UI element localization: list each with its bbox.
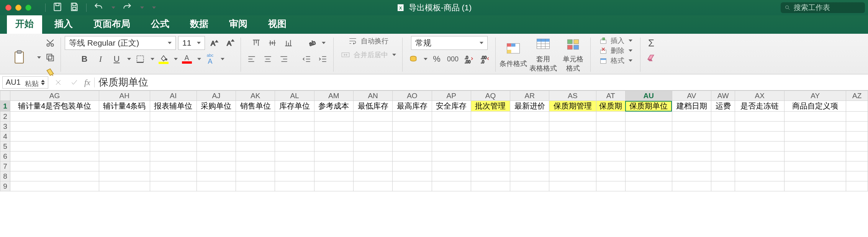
delete-cells-button[interactable]: 删除 — [599, 46, 632, 55]
save-as-icon[interactable] — [52, 2, 62, 14]
clear-icon[interactable] — [644, 51, 658, 64]
cell-AM1[interactable]: 参考成本 — [314, 101, 353, 112]
cell-AW3[interactable] — [711, 122, 735, 132]
cell-AM4[interactable] — [314, 132, 353, 142]
cell-AT2[interactable] — [596, 112, 625, 122]
formula-value[interactable]: 保质期单位 — [98, 76, 148, 89]
cell-AQ7[interactable] — [471, 161, 510, 171]
confirm-icon[interactable] — [68, 79, 80, 86]
cell-AH5[interactable] — [99, 142, 150, 151]
cell-AH9[interactable] — [99, 181, 150, 191]
cell-AI7[interactable] — [150, 161, 197, 171]
cell-AS3[interactable] — [549, 122, 596, 132]
cell-AQ6[interactable] — [471, 151, 510, 161]
cell-AQ5[interactable] — [471, 142, 510, 151]
cell-AZ5[interactable] — [846, 142, 868, 151]
cell-AK7[interactable] — [236, 161, 275, 171]
col-header-AU[interactable]: AU — [625, 91, 672, 101]
cell-AM2[interactable] — [314, 112, 353, 122]
cell-AO3[interactable] — [393, 122, 432, 132]
cell-AM3[interactable] — [314, 122, 353, 132]
cell-AU1[interactable]: 保质期单位 — [625, 101, 672, 112]
cell-AL9[interactable] — [275, 181, 314, 191]
cell-AV8[interactable] — [672, 171, 711, 181]
currency-icon[interactable] — [406, 52, 420, 66]
cell-AV3[interactable] — [672, 122, 711, 132]
cell-AS8[interactable] — [549, 171, 596, 181]
cell-AX2[interactable] — [735, 112, 784, 122]
cell-AY5[interactable] — [784, 142, 846, 151]
col-header-AM[interactable]: AM — [314, 91, 353, 101]
col-header-AI[interactable]: AI — [150, 91, 197, 101]
cell-AY9[interactable] — [784, 181, 846, 191]
cell-AL5[interactable] — [275, 142, 314, 151]
cell-AX7[interactable] — [735, 161, 784, 171]
col-header-AG[interactable]: AG — [10, 91, 99, 101]
underline-button[interactable]: U — [110, 52, 124, 66]
align-center-icon[interactable] — [261, 52, 275, 66]
cell-styles-button[interactable]: 单元格 格式 — [559, 36, 587, 73]
cell-AK9[interactable] — [236, 181, 275, 191]
redo-icon[interactable] — [122, 2, 132, 14]
align-bottom-icon[interactable] — [282, 36, 295, 50]
cell-AP5[interactable] — [432, 142, 471, 151]
cell-AH8[interactable] — [99, 171, 150, 181]
col-header-AK[interactable]: AK — [236, 91, 275, 101]
currency-dropdown[interactable] — [424, 58, 427, 60]
cell-AV2[interactable] — [672, 112, 711, 122]
cell-AL7[interactable] — [275, 161, 314, 171]
paste-dropdown[interactable] — [37, 56, 41, 59]
cell-AU6[interactable] — [625, 151, 672, 161]
cell-AV4[interactable] — [672, 132, 711, 142]
cell-AG5[interactable] — [10, 142, 99, 151]
increase-decimal-icon[interactable]: .0.00 — [462, 52, 476, 66]
col-header-AL[interactable]: AL — [275, 91, 314, 101]
cell-AN4[interactable] — [353, 132, 392, 142]
col-header-AQ[interactable]: AQ — [471, 91, 510, 101]
cell-AU7[interactable] — [625, 161, 672, 171]
undo-icon[interactable] — [93, 2, 103, 14]
cell-AT9[interactable] — [596, 181, 625, 191]
decrease-decimal-icon[interactable]: .00.0 — [478, 52, 492, 66]
cell-AT3[interactable] — [596, 122, 625, 132]
cell-AG1[interactable]: 辅计量4是否包装单位 — [10, 101, 99, 112]
cell-AZ8[interactable] — [846, 171, 868, 181]
cell-AO1[interactable]: 最高库存 — [393, 101, 432, 112]
cancel-icon[interactable] — [52, 79, 64, 86]
col-header-AR[interactable]: AR — [510, 91, 549, 101]
col-header-AW[interactable]: AW — [711, 91, 735, 101]
cell-AJ4[interactable] — [197, 132, 236, 142]
cell-AJ3[interactable] — [197, 122, 236, 132]
cell-AO2[interactable] — [393, 112, 432, 122]
increase-font-icon[interactable]: A — [207, 36, 221, 50]
number-format-combo[interactable]: 常规 — [411, 36, 488, 50]
cell-AK2[interactable] — [236, 112, 275, 122]
cell-AR3[interactable] — [510, 122, 549, 132]
cell-AJ8[interactable] — [197, 171, 236, 181]
cell-AG9[interactable] — [10, 181, 99, 191]
cell-AW9[interactable] — [711, 181, 735, 191]
cell-AG3[interactable] — [10, 122, 99, 132]
cell-AP4[interactable] — [432, 132, 471, 142]
cell-AX6[interactable] — [735, 151, 784, 161]
tab-review[interactable]: 审阅 — [221, 15, 256, 34]
cell-AI2[interactable] — [150, 112, 197, 122]
cell-AO8[interactable] — [393, 171, 432, 181]
cell-AQ2[interactable] — [471, 112, 510, 122]
cell-AR5[interactable] — [510, 142, 549, 151]
cell-AG6[interactable] — [10, 151, 99, 161]
cell-AJ9[interactable] — [197, 181, 236, 191]
cell-AS2[interactable] — [549, 112, 596, 122]
cell-AT1[interactable]: 保质期 — [596, 101, 625, 112]
cell-AS7[interactable] — [549, 161, 596, 171]
tab-formulas[interactable]: 公式 — [142, 15, 178, 34]
cell-AV9[interactable] — [672, 181, 711, 191]
cell-AG8[interactable] — [10, 171, 99, 181]
cell-AV1[interactable]: 建档日期 — [672, 101, 711, 112]
fill-color-dropdown[interactable] — [174, 58, 178, 60]
cell-AN9[interactable] — [353, 181, 392, 191]
cell-AV5[interactable] — [672, 142, 711, 151]
cell-AT7[interactable] — [596, 161, 625, 171]
cell-AQ8[interactable] — [471, 171, 510, 181]
cell-AR4[interactable] — [510, 132, 549, 142]
